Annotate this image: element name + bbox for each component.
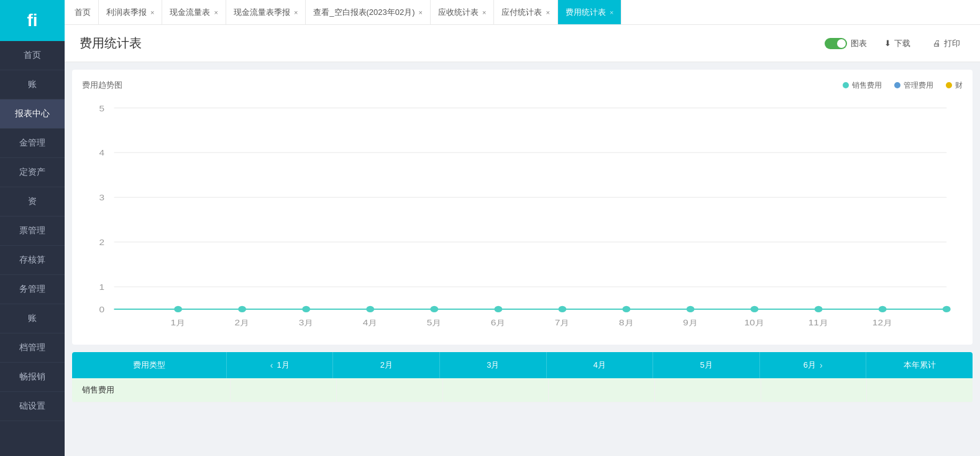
chart-legend: 销售费用 管理费用 财 <box>843 80 963 91</box>
td-m4 <box>549 378 655 402</box>
sidebar-item-home[interactable]: 首页 <box>0 41 65 70</box>
svg-text:10月: 10月 <box>744 318 765 327</box>
close-tab-receivable[interactable]: × <box>482 9 486 16</box>
table-body: 销售费用 <box>72 378 973 402</box>
chart-title: 费用趋势图 <box>82 80 122 91</box>
svg-point-12 <box>174 306 182 312</box>
td-m1 <box>231 378 337 402</box>
svg-point-19 <box>623 306 631 312</box>
sidebar-logo: fi <box>0 0 65 41</box>
svg-point-18 <box>558 306 566 312</box>
chart-toggle-wrap[interactable]: 图表 <box>825 38 867 49</box>
close-tab-cashflow-quarterly[interactable]: × <box>294 9 298 16</box>
sidebar-item-ledger[interactable]: 账 <box>0 304 65 333</box>
legend-dot-admin <box>894 82 900 88</box>
svg-text:7月: 7月 <box>555 318 570 327</box>
toggle-label: 图表 <box>851 38 867 49</box>
sidebar-item-settings[interactable]: 础设置 <box>0 392 65 421</box>
td-m2 <box>337 378 443 402</box>
tab-cashflow-quarterly[interactable]: 现金流量表季报 × <box>226 0 306 25</box>
chart-toggle[interactable] <box>825 38 847 49</box>
download-button[interactable]: ⬇ 下载 <box>879 35 915 52</box>
th-m6-label: 6月 <box>804 360 816 371</box>
print-icon: 🖨 <box>933 39 941 48</box>
svg-point-22 <box>815 306 823 312</box>
sidebar-item-finance[interactable]: 金管理 <box>0 129 65 158</box>
page-header: 费用统计表 图表 ⬇ 下载 🖨 打印 <box>65 25 980 62</box>
tab-payable[interactable]: 应付统计表 × <box>494 0 557 25</box>
chart-svg: 5 4 3 2 1 0 <box>82 98 963 335</box>
next-month-arrow[interactable]: › <box>820 360 823 370</box>
svg-text:5: 5 <box>99 104 104 113</box>
main-area: 首页 利润表季报 × 现金流量表 × 现金流量表季报 × 查看_空白报表(202… <box>65 0 980 456</box>
sidebar-item-archive[interactable]: 档管理 <box>0 333 65 363</box>
svg-text:4月: 4月 <box>363 318 378 327</box>
close-tab-profit[interactable]: × <box>150 9 154 16</box>
th-m4: 4月 <box>547 352 654 378</box>
svg-point-23 <box>879 306 887 312</box>
td-m3 <box>443 378 549 402</box>
svg-text:3月: 3月 <box>299 318 314 327</box>
th-m6: 6月 › <box>760 352 867 378</box>
th-prev-arrow[interactable]: ‹ 1月 <box>227 352 334 378</box>
legend-sales: 销售费用 <box>843 80 882 91</box>
legend-label-sales: 销售费用 <box>852 80 882 91</box>
th-m5: 5月 <box>653 352 760 378</box>
legend-label-finance: 财 <box>955 80 963 91</box>
svg-text:2: 2 <box>99 238 104 247</box>
svg-text:6月: 6月 <box>491 318 506 327</box>
print-label: 打印 <box>944 38 960 49</box>
sidebar-item-inventory[interactable]: 存核算 <box>0 246 65 275</box>
svg-text:8月: 8月 <box>619 318 634 327</box>
content-area: 费用统计表 图表 ⬇ 下载 🖨 打印 费用趋势图 <box>65 25 980 456</box>
page-title: 费用统计表 <box>80 35 142 52</box>
svg-text:5月: 5月 <box>427 318 442 327</box>
sidebar-item-expense[interactable]: 畅报销 <box>0 363 65 392</box>
svg-text:0: 0 <box>99 305 104 314</box>
table-header-row: 费用类型 ‹ 1月 2月 3月 4月 5月 6月 › 本年累计 <box>72 352 973 378</box>
sidebar-item-service[interactable]: 务管理 <box>0 275 65 304</box>
th-yearly: 本年累计 <box>866 352 973 378</box>
sidebar: fi 首页 账 报表中心 金管理 定资产 资 票管理 存核算 务管理 账 档管理… <box>0 0 65 456</box>
td-yearly <box>867 378 973 402</box>
download-icon: ⬇ <box>884 39 891 48</box>
tab-profit[interactable]: 利润表季报 × <box>99 0 162 25</box>
chart-container: 5 4 3 2 1 0 <box>82 98 963 335</box>
sidebar-item-capital[interactable]: 资 <box>0 187 65 216</box>
close-tab-blank[interactable]: × <box>419 9 423 16</box>
table-row: 销售费用 <box>72 378 973 402</box>
svg-text:3: 3 <box>99 193 104 202</box>
close-tab-expense-stats[interactable]: × <box>610 9 613 16</box>
legend-admin: 管理费用 <box>894 80 933 91</box>
svg-point-21 <box>751 306 759 312</box>
tab-blank-report[interactable]: 查看_空白报表(2023年02月) × <box>306 0 431 25</box>
svg-point-24 <box>943 306 951 312</box>
th-m2: 2月 <box>333 352 440 378</box>
svg-text:1月: 1月 <box>171 318 186 327</box>
svg-text:2月: 2月 <box>235 318 250 327</box>
sidebar-item-reports[interactable]: 报表中心 <box>0 100 65 129</box>
svg-point-17 <box>494 306 502 312</box>
header-actions: 图表 ⬇ 下载 🖨 打印 <box>825 35 965 52</box>
legend-label-admin: 管理费用 <box>904 80 933 91</box>
td-type: 销售费用 <box>72 378 231 402</box>
svg-text:1: 1 <box>99 283 104 292</box>
svg-point-14 <box>302 306 310 312</box>
print-button[interactable]: 🖨 打印 <box>928 35 965 52</box>
tab-home[interactable]: 首页 <box>67 0 99 25</box>
prev-month-arrow[interactable]: ‹ <box>270 360 273 370</box>
svg-text:4: 4 <box>99 149 104 157</box>
legend-finance: 财 <box>946 80 963 91</box>
close-tab-cashflow[interactable]: × <box>214 9 218 16</box>
download-label: 下载 <box>894 38 910 49</box>
tab-cashflow[interactable]: 现金流量表 × <box>162 0 226 25</box>
sidebar-item-assets[interactable]: 定资产 <box>0 158 65 187</box>
close-tab-payable[interactable]: × <box>546 9 549 16</box>
tab-receivable[interactable]: 应收统计表 × <box>431 0 494 25</box>
legend-dot-finance <box>946 82 952 88</box>
sidebar-item-account[interactable]: 账 <box>0 70 65 100</box>
legend-dot-sales <box>843 82 849 88</box>
svg-point-20 <box>687 306 695 312</box>
sidebar-item-invoice[interactable]: 票管理 <box>0 216 65 246</box>
tab-expense-stats[interactable]: 费用统计表 × <box>558 0 621 25</box>
